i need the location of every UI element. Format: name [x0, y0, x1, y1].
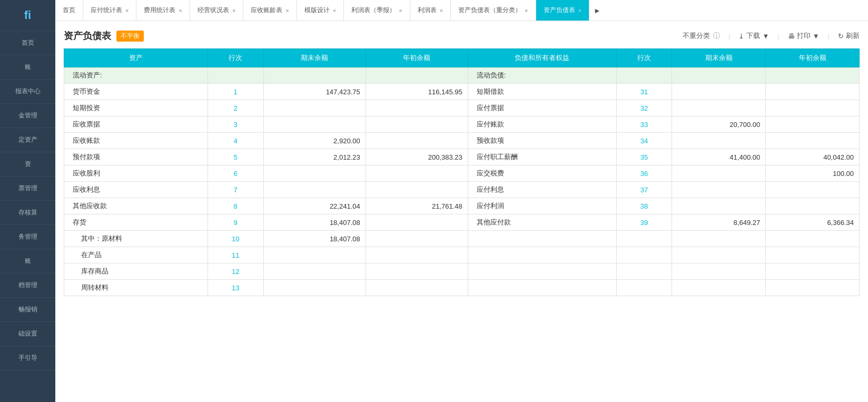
- year-start-value: [366, 247, 468, 263]
- table-row[interactable]: 应收利息 7 应付利息 37: [64, 182, 860, 198]
- sidebar-item-fixedasset[interactable]: 定资产: [0, 128, 55, 152]
- asset-name: 应收利息: [64, 182, 208, 198]
- tab-profit[interactable]: 利润表 ×: [410, 0, 451, 21]
- tab-balance-reclassify[interactable]: 资产负债表（重分类） ×: [451, 0, 536, 21]
- tab-cost-stat[interactable]: 费用统计表 ×: [136, 0, 190, 21]
- download-action[interactable]: ⤓ 下载 ▼: [738, 31, 769, 41]
- year-start-value: [366, 133, 468, 149]
- sidebar-item-cashmanage[interactable]: 金管理: [0, 104, 55, 128]
- tab-close-balance-reclassify[interactable]: ×: [525, 7, 528, 14]
- tab-profit-quarter[interactable]: 利润表（季报） ×: [344, 0, 410, 21]
- tab-close-cost-stat[interactable]: ×: [179, 7, 182, 14]
- period-end-value2: [672, 247, 766, 263]
- sidebar-item-taxmanage[interactable]: 务管理: [0, 225, 55, 249]
- period-end-value: 2,012.23: [263, 149, 366, 165]
- header-asset: 资产: [64, 49, 208, 67]
- sidebar-item-guide[interactable]: 手引导: [0, 346, 55, 370]
- year-start-value2: [766, 84, 860, 100]
- sidebar-item-home[interactable]: 首页: [0, 31, 55, 55]
- tab-ops[interactable]: 经营状况表 ×: [190, 0, 243, 21]
- tab-payable-stat[interactable]: 应付统计表 ×: [83, 0, 136, 21]
- period-end-value2: [672, 165, 766, 182]
- section-current-assets: 流动资产: 流动负债:: [64, 67, 860, 84]
- table-row[interactable]: 应收账款 4 2,920.00 预收款项 34: [64, 133, 860, 149]
- table-row[interactable]: 应收股利 6 应交税费 36 100.00: [64, 165, 860, 182]
- row-number2: [616, 263, 672, 280]
- refresh-action[interactable]: ↻ 刷新: [838, 31, 860, 41]
- classify-label: 不重分类: [683, 31, 710, 41]
- classify-action[interactable]: 不重分类 ⓘ: [683, 31, 720, 41]
- sidebar-item-asset[interactable]: 资: [0, 152, 55, 177]
- tab-template[interactable]: 模版设计 ×: [297, 0, 344, 21]
- tab-receivable-age[interactable]: 应收账龄表 ×: [243, 0, 297, 21]
- sidebar-item-archive[interactable]: 档管理: [0, 273, 55, 298]
- refresh-label: 刷新: [846, 31, 860, 41]
- liability-name: [468, 247, 616, 263]
- year-start-value: [366, 263, 468, 280]
- header-liability: 负债和所有者权益: [468, 49, 616, 67]
- page-actions: 不重分类 ⓘ | ⤓ 下载 ▼ | 🖶 打印 ▼ | ↻ 刷新: [683, 31, 860, 41]
- header-year-start2: 年初余额: [766, 49, 860, 67]
- liability-name: [468, 231, 616, 247]
- period-end-value: 22,241.04: [263, 198, 366, 214]
- row-number: 6: [208, 165, 263, 182]
- sidebar-item-invoice[interactable]: 票管理: [0, 177, 55, 201]
- tab-close-profit-quarter[interactable]: ×: [399, 7, 402, 14]
- sidebar-item-settings[interactable]: 础设置: [0, 322, 55, 346]
- table-row[interactable]: 周转材料 13: [64, 280, 860, 296]
- period-end-value2: [672, 280, 766, 296]
- tab-close-template[interactable]: ×: [333, 7, 336, 14]
- section-current-asset-label: 流动资产:: [64, 67, 208, 84]
- year-start-value2: [766, 198, 860, 214]
- tab-scroll-right[interactable]: ►: [589, 0, 605, 21]
- row-number: 9: [208, 214, 263, 231]
- year-start-value2: [766, 263, 860, 280]
- table-row[interactable]: 短期投资 2 应付票据 32: [64, 100, 860, 116]
- tab-balance[interactable]: 资产负债表 ×: [536, 0, 589, 21]
- unbalanced-badge: 不平衡: [116, 31, 144, 42]
- row-number: 1: [208, 84, 263, 100]
- row-number2: 31: [616, 84, 672, 100]
- table-row[interactable]: 其中：原材料 10 18,407.08: [64, 231, 860, 247]
- table-row[interactable]: 应收票据 3 应付账款 33 20,700.00: [64, 116, 860, 133]
- row-number2: 39: [616, 214, 672, 231]
- tab-close-ops[interactable]: ×: [232, 7, 235, 14]
- year-start-value: [366, 116, 468, 133]
- sidebar-item-inventory[interactable]: 存核算: [0, 201, 55, 225]
- sidebar-item-ledger[interactable]: 账: [0, 249, 55, 273]
- year-start-value2: [766, 116, 860, 133]
- period-end-value2: [672, 182, 766, 198]
- tab-home[interactable]: 首页: [55, 0, 83, 21]
- tab-close-receivable-age[interactable]: ×: [285, 7, 289, 14]
- table-row[interactable]: 存货 9 18,407.08 其他应付款 39 8,649.27 6,366.3…: [64, 214, 860, 231]
- period-end-value: [263, 100, 366, 116]
- year-start-value: 200,383.23: [366, 149, 468, 165]
- period-end-value: 18,407.08: [263, 231, 366, 247]
- tab-close-payable-stat[interactable]: ×: [125, 7, 129, 14]
- asset-name: 短期投资: [64, 100, 208, 116]
- table-row[interactable]: 其他应收款 8 22,241.04 21,761.48 应付利润 38: [64, 198, 860, 214]
- table-row[interactable]: 库存商品 12: [64, 263, 860, 280]
- sidebar-item-expense[interactable]: 畅报销: [0, 298, 55, 322]
- table-row[interactable]: 货币资金 1 147,423.75 116,145.95 短期借款 31: [64, 84, 860, 100]
- row-number2: 32: [616, 100, 672, 116]
- year-start-value2: 6,366.34: [766, 214, 860, 231]
- tab-close-profit[interactable]: ×: [440, 7, 443, 14]
- liability-name: [468, 280, 616, 296]
- header-period-end2: 期末余额: [672, 49, 766, 67]
- year-start-value: [366, 214, 468, 231]
- year-start-value: [366, 182, 468, 198]
- period-end-value: [263, 116, 366, 133]
- sidebar-item-account[interactable]: 账: [0, 55, 55, 80]
- table-row[interactable]: 在产品 11: [64, 247, 860, 263]
- tab-close-balance[interactable]: ×: [578, 7, 581, 14]
- year-start-value2: [766, 100, 860, 116]
- period-end-value: 18,407.08: [263, 214, 366, 231]
- print-action[interactable]: 🖶 打印 ▼: [788, 31, 820, 41]
- table-row[interactable]: 预付款项 5 2,012.23 200,383.23 应付职工薪酬 35 41,…: [64, 149, 860, 165]
- liability-name: 预收款项: [468, 133, 616, 149]
- row-number: 7: [208, 182, 263, 198]
- year-start-value: 21,761.48: [366, 198, 468, 214]
- asset-name: 存货: [64, 214, 208, 231]
- sidebar-item-report[interactable]: 报表中心: [0, 80, 55, 104]
